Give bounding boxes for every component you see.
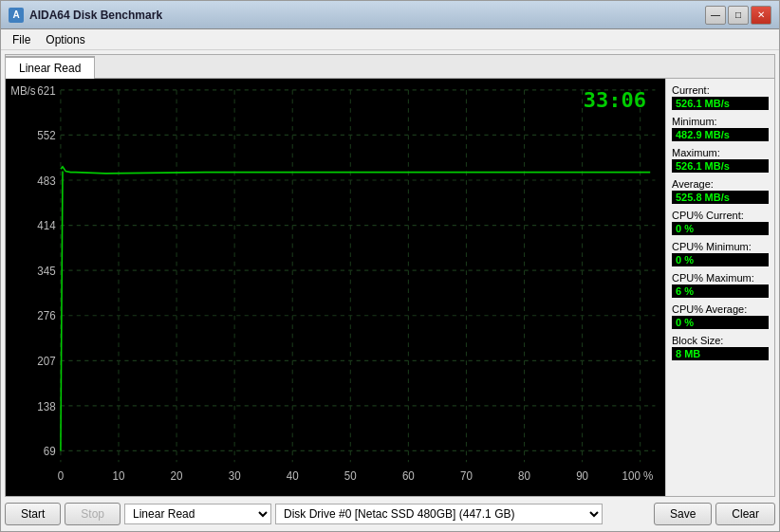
svg-text:10: 10 [113, 469, 125, 484]
stats-panel: Current: 526.1 MB/s Minimum: 482.9 MB/s … [665, 79, 774, 496]
current-value: 526.1 MB/s [672, 97, 769, 110]
action-buttons: Save Clear [654, 503, 775, 525]
start-stop-area: Start Stop [5, 503, 121, 525]
title-buttons: — □ ✕ [705, 6, 771, 25]
start-button[interactable]: Start [5, 503, 61, 525]
close-button[interactable]: ✕ [751, 6, 771, 25]
cpu-maximum-value: 6 % [672, 284, 769, 298]
timer-display: 33:06 [584, 88, 646, 112]
current-label: Current: [672, 84, 769, 96]
stop-button[interactable]: Stop [65, 503, 121, 525]
svg-rect-0 [6, 79, 665, 496]
menu-file[interactable]: File [5, 31, 38, 48]
maximum-label: Maximum: [672, 147, 769, 158]
cpu-current-label: CPU% Current: [672, 210, 769, 221]
svg-text:80: 80 [518, 469, 530, 484]
svg-text:100 %: 100 % [622, 469, 654, 484]
cpu-current-value: 0 % [672, 222, 769, 235]
stat-cpu-maximum: CPU% Maximum: 6 % [672, 272, 769, 298]
minimize-button[interactable]: — [705, 6, 726, 25]
maximum-value: 526.1 MB/s [672, 159, 769, 173]
cpu-average-value: 0 % [672, 316, 769, 329]
svg-text:30: 30 [229, 469, 241, 484]
tab-header: Linear Read [6, 55, 774, 79]
window-title: AIDA64 Disk Benchmark [29, 9, 705, 22]
chart-and-stats: 33:06 [6, 79, 774, 496]
app-icon: A [9, 8, 24, 23]
svg-text:60: 60 [402, 469, 415, 484]
cpu-minimum-value: 0 % [672, 253, 769, 266]
cpu-average-label: CPU% Average: [672, 303, 769, 315]
svg-text:70: 70 [460, 469, 473, 484]
stat-cpu-average: CPU% Average: 0 % [672, 303, 769, 329]
cpu-maximum-label: CPU% Maximum: [672, 272, 769, 284]
stat-block-size: Block Size: 8 MB [672, 335, 769, 360]
svg-text:20: 20 [171, 469, 183, 484]
stat-cpu-current: CPU% Current: 0 % [672, 210, 769, 235]
minimum-value: 482.9 MB/s [672, 128, 769, 141]
svg-text:MB/s: MB/s [10, 83, 35, 98]
svg-text:50: 50 [344, 469, 357, 484]
svg-text:483: 483 [37, 174, 55, 188]
block-size-label: Block Size: [672, 335, 769, 346]
block-size-value: 8 MB [672, 347, 769, 360]
main-window: A AIDA64 Disk Benchmark — □ ✕ File Optio… [0, 0, 780, 532]
stat-maximum: Maximum: 526.1 MB/s [672, 147, 769, 173]
svg-text:90: 90 [576, 469, 588, 484]
tab-linear-read[interactable]: Linear Read [6, 56, 95, 79]
disk-dropdown[interactable]: Disk Drive #0 [Netac SSD 480GB] (447.1 G… [275, 504, 603, 524]
maximize-button[interactable]: □ [728, 6, 749, 25]
minimum-label: Minimum: [672, 116, 769, 127]
svg-text:552: 552 [37, 129, 55, 143]
tab-panel: Linear Read 33:06 [5, 54, 775, 497]
stat-cpu-minimum: CPU% Minimum: 0 % [672, 241, 769, 266]
menu-options[interactable]: Options [38, 31, 92, 48]
title-bar: A AIDA64 Disk Benchmark — □ ✕ [1, 1, 779, 29]
menu-bar: File Options [1, 29, 779, 50]
svg-text:0: 0 [58, 469, 65, 484]
svg-text:345: 345 [37, 264, 55, 278]
clear-button[interactable]: Clear [715, 503, 775, 525]
chart-svg: 621 552 483 414 345 276 207 138 69 0 10 … [6, 79, 665, 496]
chart-area: 33:06 [6, 79, 665, 496]
svg-text:138: 138 [37, 399, 55, 413]
svg-text:414: 414 [37, 219, 55, 233]
stat-minimum: Minimum: 482.9 MB/s [672, 116, 769, 141]
average-value: 525.8 MB/s [672, 191, 769, 204]
svg-text:276: 276 [37, 309, 55, 323]
bottom-controls: Start Stop Linear Read Disk Drive #0 [Ne… [5, 501, 775, 527]
average-label: Average: [672, 178, 769, 190]
cpu-minimum-label: CPU% Minimum: [672, 241, 769, 252]
content-area: Linear Read 33:06 [1, 50, 779, 531]
svg-text:40: 40 [287, 469, 299, 484]
test-type-dropdown[interactable]: Linear Read [124, 504, 271, 524]
stat-average: Average: 525.8 MB/s [672, 178, 769, 204]
svg-text:207: 207 [37, 354, 55, 368]
stat-current: Current: 526.1 MB/s [672, 84, 769, 110]
svg-text:69: 69 [44, 445, 56, 459]
svg-text:621: 621 [37, 83, 55, 98]
save-button[interactable]: Save [654, 503, 712, 525]
